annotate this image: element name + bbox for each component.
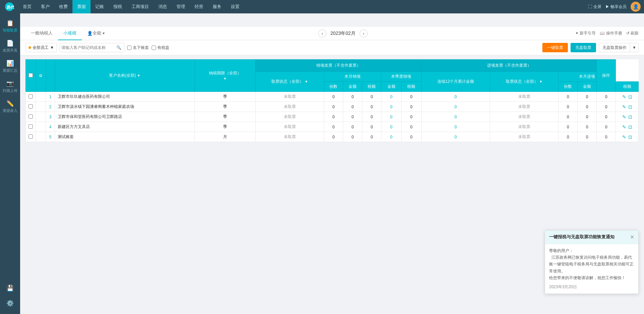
row-sales-cumulative-link[interactable]: 0 — [454, 135, 457, 139]
row-sales-cumulative-link[interactable]: 0 — [454, 125, 457, 129]
sidebar-item-invoice-open-label: 发票开具 — [3, 48, 17, 53]
data-entry-icon: ✏️ — [6, 100, 14, 107]
tab-all-in-one[interactable]: 👤 全能 ▼ — [82, 27, 111, 40]
search-icon[interactable]: 🔍 — [115, 45, 123, 51]
manual-btn[interactable]: 📖 操作手册 — [600, 30, 622, 36]
has-taxdisk-checkbox[interactable] — [152, 46, 156, 50]
view-icon[interactable]: ⊡ — [628, 134, 632, 140]
row-purchase-m-tax: 0 — [597, 112, 616, 122]
nav-invoice[interactable]: 票据 — [72, 0, 91, 13]
row-checkbox[interactable] — [29, 114, 33, 119]
tab-small-scale[interactable]: 小规模 — [58, 27, 82, 40]
nav-right: ⛶ 全屏 ▶ 畅享会员 👤 — [588, 2, 641, 12]
row-sales-q-amount-link[interactable]: 0 — [390, 125, 392, 129]
nav-operation[interactable]: 经营 — [190, 0, 208, 13]
row-purchase-m-tax: 0 — [597, 102, 616, 112]
sidebar-item-smart-ticket[interactable]: 📋 智能取票 — [1, 17, 19, 36]
table-row: 3 卫辉市保和堂医药有限公司卫辉路店 季 未取票 0 0 0 0 0 0 未取票… — [26, 112, 639, 122]
my-accounts-label: 名下账套 — [133, 45, 149, 51]
sidebar-item-invoice-open[interactable]: 📄 发票开具 — [1, 37, 19, 56]
sidebar-help[interactable]: ⚙️ — [1, 297, 19, 311]
view-icon[interactable]: ⊡ — [628, 124, 632, 130]
edit-icon[interactable]: ✎ — [622, 134, 626, 140]
row-checkbox[interactable] — [29, 104, 33, 109]
my-accounts-checkbox[interactable] — [127, 46, 131, 50]
row-purchase-m-copies: 0 — [558, 132, 578, 142]
row-sales-q-amount-link[interactable]: 0 — [390, 115, 392, 119]
top-navigation: 易代 首页 客户 收费 票据 记账 报税 工商项目 消息 管理 经营 服务 设置… — [0, 0, 644, 13]
fullscreen-btn[interactable]: ⛶ 全屏 — [588, 4, 601, 10]
row-checkbox[interactable] — [29, 134, 33, 139]
view-icon[interactable]: ⊡ — [628, 114, 632, 120]
purchase-status-filter[interactable]: ▼ — [539, 80, 542, 83]
th-settings[interactable]: ⚙ — [36, 60, 46, 92]
diskless-ticket-btn[interactable]: 无盘取票 — [571, 43, 596, 52]
row-sales-q-amount-link[interactable]: 0 — [390, 105, 392, 109]
row-client: 新建区方方文具店 — [55, 122, 195, 132]
th-purchase-status: 取票状态（全部） ▼ — [490, 72, 558, 92]
sidebar-item-invoice-summary[interactable]: 📊 票据汇总 — [1, 57, 19, 76]
row-sales-q-amount-link[interactable]: 0 — [390, 95, 392, 99]
app-logo[interactable]: 易代 — [3, 1, 15, 13]
th-purchase-m-tax: 税额 — [616, 82, 639, 92]
row-sales-m-tax: 0 — [362, 102, 381, 112]
nav-message[interactable]: 消息 — [154, 0, 172, 13]
edit-icon[interactable]: ✎ — [622, 94, 626, 100]
tax-period-filter-icon[interactable]: ▼ — [223, 77, 227, 80]
view-icon[interactable]: ⊡ — [628, 104, 632, 110]
notification-close-btn[interactable]: ✕ — [630, 234, 634, 240]
row-sales-m-copies: 0 — [324, 132, 343, 142]
refresh-btn[interactable]: ↺ 刷新 — [626, 30, 639, 36]
row-actions: ✎ ⊡ — [616, 92, 639, 102]
nav-accounting[interactable]: 记账 — [91, 0, 109, 13]
edit-icon[interactable]: ✎ — [622, 114, 626, 120]
nav-service[interactable]: 服务 — [208, 0, 226, 13]
employee-select[interactable]: 全部员工 ▼ — [25, 43, 57, 52]
row-sales-cumulative-link[interactable]: 0 — [454, 95, 457, 99]
period-navigation: ‹ 2023年02月 › — [318, 29, 368, 38]
nav-settings[interactable]: 设置 — [226, 0, 244, 13]
select-all-checkbox[interactable] — [29, 73, 33, 77]
notification-title: 一键报税与无盘取票功能恢复通知 — [549, 234, 614, 240]
sales-status-filter[interactable]: ▼ — [305, 80, 308, 83]
row-checkbox[interactable] — [29, 94, 33, 99]
row-sales-cumulative: 0 — [421, 102, 490, 112]
user-avatar[interactable]: 👤 — [631, 2, 641, 12]
row-sales-m-amount: 0 — [343, 122, 362, 132]
row-sales-cumulative-link[interactable]: 0 — [454, 115, 457, 119]
one-click-ticket-btn[interactable]: 一键取票 — [542, 43, 568, 52]
diskless-operations-arrow[interactable]: ▼ — [630, 43, 638, 52]
sidebar-item-data-entry[interactable]: ✏️ 票据录入 — [1, 97, 19, 116]
nav-customer[interactable]: 客户 — [36, 0, 54, 13]
my-accounts-filter[interactable]: 名下账套 — [127, 45, 149, 51]
row-sales-q-amount-link[interactable]: 0 — [390, 135, 392, 139]
sidebar-download[interactable]: 💾 — [1, 282, 19, 296]
edit-icon[interactable]: ✎ — [622, 124, 626, 130]
nav-billing[interactable]: 收费 — [54, 0, 72, 13]
th-checkbox — [26, 60, 36, 92]
tab-general-taxpayer[interactable]: 一般纳税人 — [25, 27, 58, 40]
member-btn[interactable]: ▶ 畅享会员 — [605, 4, 627, 10]
nav-manage[interactable]: 管理 — [172, 0, 190, 13]
has-taxdisk-filter[interactable]: 有税盘 — [152, 45, 169, 51]
row-sales-cumulative-link[interactable]: 0 — [454, 105, 457, 109]
sidebar-bottom: 💾 ⚙️ — [1, 282, 19, 314]
nav-home[interactable]: 首页 — [18, 0, 36, 13]
guide-btn[interactable]: ✦ 新手引导 — [575, 30, 596, 36]
invoice-summary-icon: 📊 — [6, 60, 14, 67]
client-filter-icon[interactable]: ▼ — [137, 74, 141, 77]
next-period-btn[interactable]: › — [360, 29, 368, 38]
th-sales-group: 销项发票（不含作废票） — [255, 60, 421, 72]
row-checkbox[interactable] — [29, 124, 33, 129]
nav-tax[interactable]: 报税 — [109, 0, 127, 13]
sidebar-item-scan-upload[interactable]: 📷 扫描上传 — [1, 77, 19, 96]
view-icon[interactable]: ⊡ — [628, 94, 632, 100]
row-sales-m-tax: 0 — [362, 132, 381, 142]
search-input[interactable] — [61, 45, 115, 50]
diskless-operations-main[interactable]: 无盘取票操作 — [599, 43, 630, 52]
row-tax-period: 月 — [195, 132, 255, 142]
nav-business[interactable]: 工商项目 — [127, 0, 154, 13]
edit-icon[interactable]: ✎ — [622, 104, 626, 110]
prev-period-btn[interactable]: ‹ — [318, 29, 326, 38]
row-sales-status: 未取票 — [255, 132, 324, 142]
